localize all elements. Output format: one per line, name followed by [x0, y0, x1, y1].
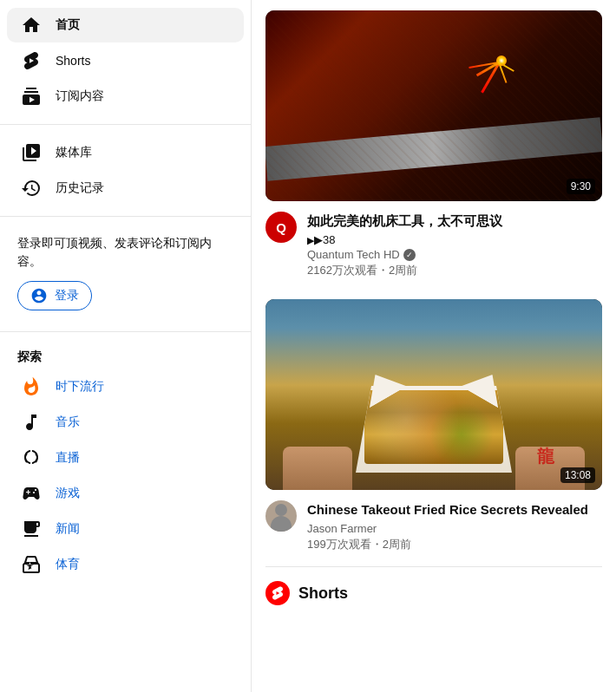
- gaming-label: 游戏: [56, 486, 80, 501]
- video-stats-1: 2162万次观看・2周前: [307, 263, 602, 278]
- nav-item-sports[interactable]: 体育: [7, 547, 244, 582]
- shorts-section-header: Shorts: [252, 571, 616, 612]
- duration-2: 13:08: [560, 467, 595, 483]
- channel-info-1: Quantum Tech HD ✓: [307, 248, 602, 261]
- live-label: 直播: [56, 450, 80, 466]
- explore-section-title: 探索: [0, 343, 251, 369]
- gaming-icon: [21, 483, 42, 504]
- sports-label: 体育: [56, 557, 80, 572]
- shorts-nav-icon: [21, 50, 42, 71]
- avatar-1[interactable]: Q: [265, 212, 297, 243]
- nav-item-history[interactable]: 历史记录: [7, 171, 244, 206]
- nav-item-news[interactable]: 新闻: [7, 512, 244, 546]
- signin-prompt: 登录即可顶视频、发表评论和订阅内容。: [17, 234, 233, 271]
- nav-item-subscriptions[interactable]: 订阅内容: [7, 79, 244, 114]
- main-content: 9:30 Q 如此完美的机床工具，太不可思议 ▶▶38 Quantum Tech…: [252, 0, 616, 692]
- sidebar: 首页 Shorts 订阅内容 媒体库 历: [0, 0, 252, 692]
- nav-home-label: 首页: [56, 17, 80, 33]
- video-info-2: Chinese Takeout Fried Rice Secrets Revea…: [307, 500, 602, 552]
- music-label: 音乐: [56, 415, 80, 430]
- trending-label: 时下流行: [56, 379, 104, 395]
- video-stats-2: 199万次观看・2周前: [307, 537, 602, 552]
- channel-name-1[interactable]: Quantum Tech HD: [307, 248, 400, 261]
- duration-1: 9:30: [567, 179, 595, 194]
- signin-section: 登录即可顶视频、发表评论和订阅内容。 登录: [0, 227, 251, 321]
- video-card-2: 龍 13:08 Chinese Takeout Fried Rice Secre…: [252, 289, 616, 563]
- video-info-1: 如此完美的机床工具，太不可思议 ▶▶38 Quantum Tech HD ✓ 2…: [307, 212, 602, 278]
- nav-history-label: 历史记录: [56, 180, 104, 196]
- video-likes-1: ▶▶38: [307, 233, 602, 246]
- subscriptions-icon: [21, 86, 42, 107]
- shorts-section-icon: [265, 581, 290, 605]
- home-icon: [21, 15, 42, 36]
- divider-3: [0, 331, 251, 332]
- nav-item-shorts[interactable]: Shorts: [7, 43, 244, 78]
- nav-shorts-label: Shorts: [56, 54, 90, 68]
- shorts-section-title: Shorts: [298, 584, 348, 603]
- sports-icon: [21, 554, 42, 575]
- divider-2: [0, 216, 251, 217]
- verified-icon-1: ✓: [403, 249, 416, 261]
- channel-name-2[interactable]: Jason Farmer: [307, 522, 377, 535]
- nav-item-live[interactable]: 直播: [7, 441, 244, 475]
- signin-button[interactable]: 登录: [17, 281, 92, 310]
- signin-label: 登录: [55, 288, 79, 304]
- divider-1: [0, 124, 251, 125]
- nav-item-gaming[interactable]: 游戏: [7, 476, 244, 511]
- nav-item-music[interactable]: 音乐: [7, 405, 244, 440]
- thumbnail-2[interactable]: 龍 13:08: [265, 299, 602, 490]
- library-icon: [21, 142, 42, 163]
- nav-library-label: 媒体库: [56, 145, 92, 160]
- video-meta-2: Chinese Takeout Fried Rice Secrets Revea…: [265, 500, 602, 552]
- music-icon: [21, 412, 42, 433]
- video-meta-1: Q 如此完美的机床工具，太不可思议 ▶▶38 Quantum Tech HD ✓…: [265, 212, 602, 278]
- news-label: 新闻: [56, 521, 80, 537]
- nav-item-library[interactable]: 媒体库: [7, 135, 244, 170]
- video-card-1: 9:30 Q 如此完美的机床工具，太不可思议 ▶▶38 Quantum Tech…: [252, 0, 616, 289]
- shorts-section-divider: [265, 566, 602, 567]
- history-icon: [21, 178, 42, 199]
- user-circle-icon: [30, 287, 48, 304]
- nav-item-home[interactable]: 首页: [7, 8, 244, 42]
- nav-item-trending[interactable]: 时下流行: [7, 369, 244, 404]
- thumbnail-1[interactable]: 9:30: [265, 10, 602, 201]
- channel-info-2: Jason Farmer: [307, 522, 602, 535]
- video-title-2[interactable]: Chinese Takeout Fried Rice Secrets Revea…: [307, 500, 602, 519]
- avatar-2[interactable]: [265, 500, 297, 532]
- nav-subscriptions-label: 订阅内容: [56, 88, 104, 104]
- live-icon: [21, 447, 42, 468]
- trending-icon: [21, 376, 42, 397]
- avatar-label-1: Q: [276, 220, 286, 235]
- video-title-1[interactable]: 如此完美的机床工具，太不可思议: [307, 212, 602, 230]
- news-icon: [21, 519, 42, 539]
